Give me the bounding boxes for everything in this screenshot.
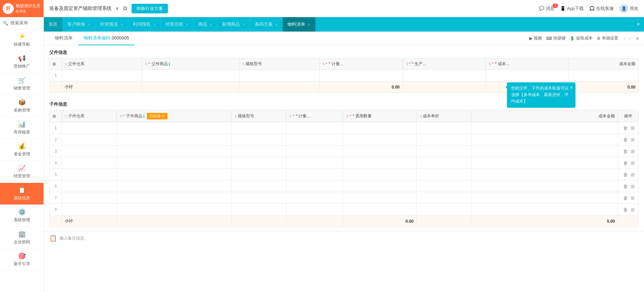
child-row-5-spec[interactable] bbox=[232, 169, 286, 180]
nav-prev-button[interactable]: ‹ bbox=[622, 35, 627, 42]
child-row-8-cost-amount[interactable] bbox=[471, 204, 618, 215]
col-sort-unit[interactable]: ⇅ bbox=[322, 62, 325, 66]
sidebar-item-purchase[interactable]: 📦 采购管理 bbox=[0, 95, 44, 117]
tab-home[interactable]: 首页 bbox=[44, 17, 63, 32]
col-sort-warehouse[interactable]: ⇅ bbox=[65, 62, 67, 66]
child-row-2-unit-price[interactable] bbox=[417, 134, 471, 145]
child-row-4-spec[interactable] bbox=[232, 157, 286, 169]
app-download-button[interactable]: 📱 App下载 bbox=[560, 5, 584, 12]
child-row-3-spec[interactable] bbox=[232, 145, 286, 157]
child-row-4-unit[interactable] bbox=[286, 157, 343, 169]
child-row-1-unit[interactable] bbox=[286, 122, 343, 134]
child-col-sort-spec[interactable]: ⇅ bbox=[234, 114, 237, 118]
child-row-5-quantity[interactable] bbox=[343, 169, 417, 180]
child-row-8-unit-price[interactable] bbox=[417, 204, 471, 215]
child-row-8-spec[interactable] bbox=[232, 204, 286, 215]
child-row-6-delete-button[interactable]: 🗑 bbox=[622, 183, 629, 190]
child-row-3-unit-price[interactable] bbox=[417, 145, 471, 157]
child-row-4-copy-button[interactable]: ⊞ bbox=[630, 160, 635, 166]
child-row-3-quantity[interactable] bbox=[343, 145, 417, 157]
tab-add-goods[interactable]: 新增商品 × bbox=[217, 17, 250, 32]
tooltip-close-button[interactable]: × bbox=[570, 84, 573, 91]
extract-cost-action[interactable]: 💲 提取成本 bbox=[570, 35, 593, 41]
child-row-1-copy-button[interactable]: ⊞ bbox=[630, 125, 635, 131]
sidebar-item-system[interactable]: ⚙️ 系统管理 bbox=[0, 205, 44, 227]
expand-button[interactable]: ▾ bbox=[116, 5, 119, 12]
child-row-1-quantity[interactable] bbox=[343, 122, 417, 134]
parent-row-1-cost-amount[interactable] bbox=[569, 70, 638, 81]
child-col-sort-warehouse[interactable]: ⇅ bbox=[65, 114, 67, 118]
shortcut-action[interactable]: ⌨ 快捷键 bbox=[546, 35, 566, 41]
parent-row-1-produce[interactable] bbox=[402, 70, 486, 81]
child-row-4-goods[interactable] bbox=[117, 157, 232, 169]
child-row-3-copy-button[interactable]: ⊞ bbox=[630, 148, 635, 155]
child-goods-help-icon[interactable]: ℹ bbox=[143, 114, 145, 119]
child-row-4-delete-button[interactable]: 🗑 bbox=[622, 160, 629, 166]
child-col-sort-quantity[interactable]: ⇅ bbox=[346, 114, 349, 118]
header-settings-button[interactable]: ⚙ bbox=[123, 5, 127, 12]
parent-row-1-unit[interactable] bbox=[319, 70, 402, 81]
tab-customer-close[interactable]: × bbox=[88, 22, 90, 26]
child-row-5-unit-price[interactable] bbox=[417, 169, 471, 180]
child-row-7-unit[interactable] bbox=[286, 192, 343, 204]
child-row-7-cost-amount[interactable] bbox=[471, 192, 618, 204]
child-row-7-spec[interactable] bbox=[232, 192, 286, 204]
tab-goods-close[interactable]: × bbox=[210, 22, 212, 26]
child-row-3-goods[interactable] bbox=[117, 145, 232, 157]
tab-operation-history-close[interactable]: × bbox=[186, 22, 188, 26]
child-row-1-goods[interactable] bbox=[117, 122, 232, 134]
child-row-1-unit-price[interactable] bbox=[417, 122, 471, 134]
child-row-2-copy-button[interactable]: ⊞ bbox=[630, 136, 635, 143]
sidebar-item-marketing[interactable]: 📢 营销推广 bbox=[0, 51, 44, 73]
child-col-sort-unit[interactable]: ⇅ bbox=[289, 114, 292, 118]
child-row-1-spec[interactable] bbox=[232, 122, 286, 134]
child-col-sort-goods[interactable]: ⇅ bbox=[120, 114, 122, 118]
sidebar-item-operation[interactable]: 📈 经营管理 bbox=[0, 161, 44, 183]
child-row-3-warehouse[interactable] bbox=[62, 145, 117, 157]
sidebar-item-enterprise[interactable]: 🏢 企业协同 bbox=[0, 227, 44, 249]
child-row-5-delete-button[interactable]: 🗑 bbox=[622, 171, 629, 178]
child-row-6-warehouse[interactable] bbox=[62, 180, 117, 192]
child-row-3-cost-amount[interactable] bbox=[471, 145, 618, 157]
child-row-4-quantity[interactable] bbox=[343, 157, 417, 169]
view-action[interactable]: ▶ 视频 bbox=[529, 35, 542, 41]
child-row-2-quantity[interactable] bbox=[343, 134, 417, 145]
sidebar-item-basic-info[interactable]: 📋 基础信息 bbox=[0, 183, 44, 205]
col-sort-goods[interactable]: ⇅ bbox=[145, 62, 148, 66]
tab-customer[interactable]: 客户联络 × bbox=[63, 17, 95, 32]
close-all-tabs-button[interactable]: × bbox=[633, 21, 644, 27]
grid-view-button[interactable]: ≡ bbox=[636, 36, 639, 41]
child-row-1-delete-button[interactable]: 🗑 bbox=[622, 125, 629, 131]
tab-profit-report-close[interactable]: × bbox=[153, 22, 156, 26]
sidebar-item-finance[interactable]: 💰 资金管理 bbox=[0, 139, 44, 161]
tab-profit-report[interactable]: 利润报告 × bbox=[128, 17, 161, 32]
child-row-4-unit-price[interactable] bbox=[417, 157, 471, 169]
child-row-6-unit[interactable] bbox=[286, 180, 343, 192]
child-row-8-warehouse[interactable] bbox=[62, 204, 117, 215]
child-row-1-warehouse[interactable] bbox=[62, 122, 117, 134]
child-row-7-warehouse[interactable] bbox=[62, 192, 117, 204]
message-button[interactable]: 💬 消息 6 bbox=[539, 5, 555, 12]
tab-operation-status-close[interactable]: × bbox=[121, 22, 123, 26]
child-row-8-copy-button[interactable]: ⊞ bbox=[630, 206, 635, 213]
child-row-6-spec[interactable] bbox=[232, 180, 286, 192]
child-row-5-copy-button[interactable]: ⊞ bbox=[630, 171, 635, 178]
parent-goods-help-icon[interactable]: ℹ bbox=[169, 62, 170, 67]
trial-button[interactable]: 体验行业方案 bbox=[132, 4, 168, 13]
child-row-2-unit[interactable] bbox=[286, 134, 343, 145]
parent-col-settings[interactable]: ⚙ bbox=[50, 59, 62, 70]
nav-next-button[interactable]: › bbox=[628, 35, 632, 42]
child-row-8-unit[interactable] bbox=[286, 204, 343, 215]
sidebar-item-quick-nav[interactable]: ⚡ 快捷导航 bbox=[0, 29, 44, 51]
child-row-5-cost-amount[interactable] bbox=[471, 169, 618, 180]
single-settings-action[interactable]: ⚙ 单据设置 bbox=[597, 35, 618, 41]
tab-goods[interactable]: 商品 × bbox=[194, 17, 217, 32]
child-row-7-goods[interactable] bbox=[117, 192, 232, 204]
tab-add-goods-close[interactable]: × bbox=[243, 22, 245, 26]
sidebar-item-sales[interactable]: 🛒 销售管理 bbox=[0, 73, 44, 95]
child-row-2-delete-button[interactable]: 🗑 bbox=[622, 136, 629, 143]
child-row-7-copy-button[interactable]: ⊞ bbox=[630, 195, 635, 201]
parent-row-1-cost[interactable] bbox=[486, 70, 569, 81]
sidebar-item-inventory[interactable]: 📊 库存核算 bbox=[0, 117, 44, 139]
child-row-3-unit[interactable] bbox=[286, 145, 343, 157]
